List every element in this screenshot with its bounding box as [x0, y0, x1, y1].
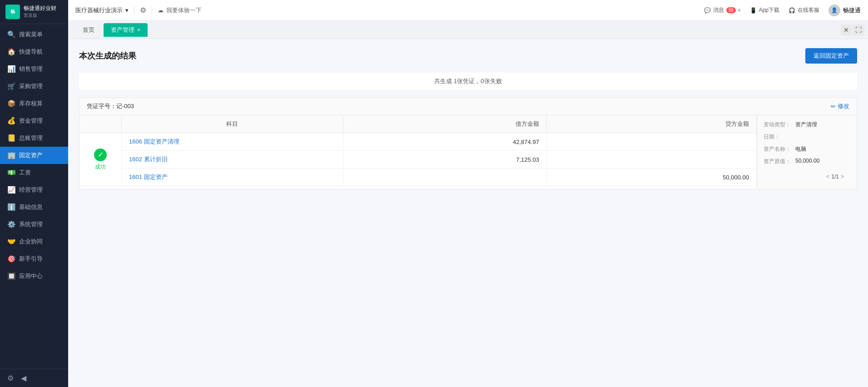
sidebar-item-ledger[interactable]: 📒 总账管理	[0, 129, 68, 147]
ledger-icon: 📒	[7, 134, 15, 142]
sidebar-item-apps[interactable]: 🔲 应用中心	[0, 268, 68, 285]
sales-icon: 📊	[7, 65, 15, 73]
return-button[interactable]: 返回固定资产	[805, 48, 857, 64]
message-action[interactable]: 💬 消息 99 +	[704, 6, 741, 14]
subject-link-2[interactable]: 1601 固定资产	[129, 174, 168, 180]
topbar-right: 💬 消息 99 + 📱 App下载 🎧 在线客服 👤 畅捷通	[704, 5, 861, 16]
experience-button[interactable]: ☁ 我要体验一下	[158, 6, 202, 15]
system-icon: ⚙️	[7, 220, 15, 228]
sidebar-item-capital[interactable]: 💰 资金管理	[0, 112, 68, 129]
sidebar-item-basic[interactable]: ℹ️ 基础信息	[0, 198, 68, 216]
sidebar-item-apps-label: 应用中心	[19, 272, 43, 280]
sidebar-item-guide[interactable]: 🎯 新手引导	[0, 250, 68, 268]
table-row: 1602 累计折旧 7,125.03	[79, 151, 757, 169]
credit-cell-0	[546, 133, 756, 151]
sidebar-item-payroll[interactable]: 💵 工资	[0, 164, 68, 181]
page-info: 1/1	[831, 174, 839, 180]
sidebar-item-system-label: 系统管理	[19, 220, 43, 228]
sidebar-item-management-label: 经营管理	[19, 186, 43, 194]
online-service-action[interactable]: 🎧 在线客服	[789, 6, 819, 14]
sidebar-item-sales[interactable]: 📊 销售管理	[0, 60, 68, 78]
sidebar-item-cooperation[interactable]: 🤝 企业协同	[0, 233, 68, 250]
subject-link-0[interactable]: 1606 固定资产清理	[129, 138, 179, 145]
debit-cell-0: 42,874.97	[343, 133, 546, 151]
logo-icon: 畅	[5, 5, 20, 19]
settings-icon[interactable]: ⚙	[7, 374, 14, 382]
voucher-edit-button[interactable]: ✏ 修改	[831, 102, 849, 110]
service-icon: 🎧	[789, 7, 795, 14]
asset-value-value: 50,000.00	[795, 158, 819, 165]
subject-link-1[interactable]: 1602 累计折旧	[129, 156, 168, 163]
asset-name-value: 电脑	[795, 145, 806, 153]
user-area[interactable]: 👤 畅捷通	[828, 5, 861, 16]
credit-cell-1	[546, 151, 756, 169]
debit-cell-2	[343, 169, 546, 186]
table-row: ✓ 成功 1606 固定资产清理 42,874.97	[79, 133, 757, 151]
sidebar-bottom: ⚙ ◀	[0, 369, 68, 387]
asset-name-label: 资产名称：	[764, 145, 795, 153]
settings-gear-icon[interactable]: ⚙	[140, 6, 146, 15]
page-title: 本次生成的结果	[79, 50, 136, 61]
subject-cell-1: 1602 累计折旧	[122, 151, 343, 169]
capital-icon: 💰	[7, 117, 15, 125]
topbar-divider-2	[152, 6, 152, 15]
credit-header: 贷方金额	[546, 115, 756, 133]
experience-label: 我要体验一下	[166, 6, 202, 15]
voucher-table: 科目 借方金额 贷方金额 ✓ 成功	[79, 115, 757, 186]
credit-cell-2: 50,000.00	[546, 169, 756, 186]
content-header: 本次生成的结果 返回固定资产	[79, 48, 857, 64]
logo-title: 畅捷通好业财	[24, 5, 56, 12]
cooperation-icon: 🤝	[7, 238, 15, 246]
message-icon: 💬	[704, 7, 711, 14]
sidebar-item-inventory-label: 库存核算	[19, 99, 43, 108]
tab-home[interactable]: 首页	[75, 23, 102, 37]
username-label: 畅捷通	[843, 6, 861, 15]
voucher-header: 凭证字号：记-003 ✏ 修改	[79, 98, 857, 115]
change-type-value: 资产清理	[795, 121, 817, 129]
app-download-action[interactable]: 📱 App下载	[750, 6, 779, 14]
tab-asset-label: 资产管理	[111, 26, 134, 34]
purchase-icon: 🛒	[7, 82, 15, 90]
voucher-left: 科目 借方金额 贷方金额 ✓ 成功	[79, 115, 757, 189]
management-icon: 📈	[7, 186, 15, 194]
sidebar-item-purchase[interactable]: 🛒 采购管理	[0, 78, 68, 95]
sidebar-item-sales-label: 销售管理	[19, 65, 43, 73]
change-type-label: 变动类型：	[764, 121, 795, 129]
sidebar-item-fixed[interactable]: 🏢 固定资产	[0, 147, 68, 164]
cloud-icon: ☁	[158, 7, 164, 14]
panel-close-button[interactable]: ✕	[841, 25, 852, 35]
edit-label: 修改	[838, 102, 849, 110]
sidebar-item-search[interactable]: 🔍 搜索菜单	[0, 26, 68, 43]
sidebar-item-system[interactable]: ⚙️ 系统管理	[0, 216, 68, 233]
download-icon: 📱	[750, 7, 757, 14]
company-selector[interactable]: 医疗器械行业演示 ▾	[75, 6, 129, 15]
next-page-button[interactable]: >	[841, 174, 844, 180]
sidebar-item-management[interactable]: 📈 经营管理	[0, 181, 68, 198]
tab-bar: 首页 资产管理 × ✕ ⛶	[68, 21, 868, 39]
topbar: 医疗器械行业演示 ▾ ⚙ ☁ 我要体验一下 💬 消息 99 + 📱 App下载 …	[68, 0, 868, 21]
sidebar-item-basic-label: 基础信息	[19, 203, 43, 211]
message-badge: 99	[726, 7, 736, 13]
content-area: 本次生成的结果 返回固定资产 共生成 1张凭证，0张失败 凭证字号：记-003 …	[68, 39, 868, 387]
collapse-icon[interactable]: ◀	[21, 374, 26, 382]
sidebar-nav: 🔍 搜索菜单 🏠 快捷导航 📊 销售管理 🛒 采购管理 📦 库存核算 💰 资金管…	[0, 24, 68, 369]
success-label: 成功	[95, 163, 106, 171]
prev-page-button[interactable]: <	[826, 174, 829, 180]
sidebar-item-quicknav[interactable]: 🏠 快捷导航	[0, 43, 68, 60]
company-name: 医疗器械行业演示	[75, 6, 123, 15]
asset-value-label: 资产原值：	[764, 158, 795, 165]
success-badge: ✓ 成功	[87, 145, 114, 174]
inventory-icon: 📦	[7, 99, 15, 108]
panel-expand-button[interactable]: ⛶	[853, 25, 864, 35]
tab-close-icon[interactable]: ×	[137, 27, 140, 33]
edit-icon: ✏	[831, 103, 836, 110]
sidebar-item-guide-label: 新手引导	[19, 255, 43, 263]
sidebar: 畅 畅捷通好业财 普及版 🔍 搜索菜单 🏠 快捷导航 📊 销售管理 🛒 采购管理…	[0, 0, 68, 387]
voucher-number: 凭证字号：记-003	[87, 102, 134, 110]
apps-icon: 🔲	[7, 272, 15, 280]
voucher-body: 科目 借方金额 贷方金额 ✓ 成功	[79, 115, 857, 189]
tab-asset-management[interactable]: 资产管理 ×	[104, 23, 148, 37]
main-area: 医疗器械行业演示 ▾ ⚙ ☁ 我要体验一下 💬 消息 99 + 📱 App下载 …	[68, 0, 868, 387]
debit-cell-1: 7,125.03	[343, 151, 546, 169]
sidebar-item-inventory[interactable]: 📦 库存核算	[0, 95, 68, 112]
